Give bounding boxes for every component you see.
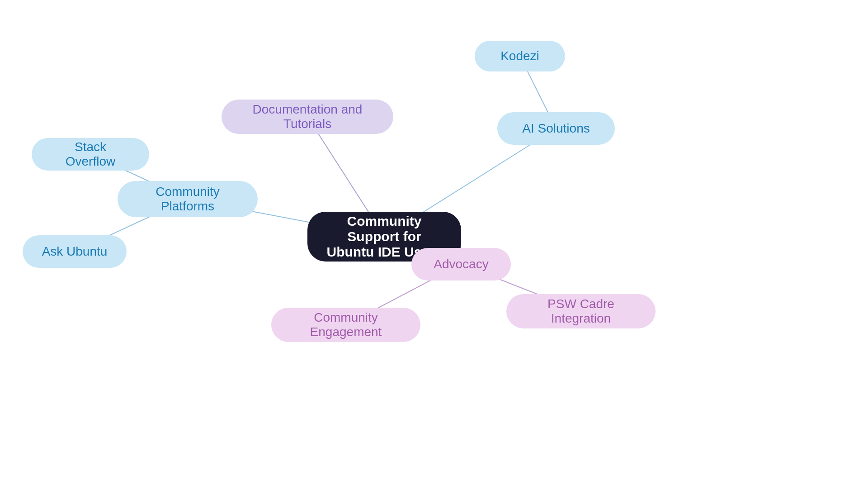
community-engagement-label: Community Engagement xyxy=(288,310,404,339)
stack-overflow-label: Stack Overflow xyxy=(48,140,133,169)
advocacy-label: Advocacy xyxy=(434,257,488,271)
community-platforms-label: Community Platforms xyxy=(134,185,241,214)
ask-ubuntu-node: Ask Ubuntu xyxy=(23,235,127,268)
doc-tutorials-node: Documentation and Tutorials xyxy=(222,100,393,134)
mindmap-canvas: Community Support for Ubuntu IDE Users D… xyxy=(0,0,868,490)
community-engagement-node: Community Engagement xyxy=(271,308,420,342)
doc-tutorials-label: Documentation and Tutorials xyxy=(238,102,377,131)
ask-ubuntu-label: Ask Ubuntu xyxy=(42,244,108,259)
ai-solutions-label: AI Solutions xyxy=(522,121,590,136)
psw-cadre-node: PSW Cadre Integration xyxy=(506,294,656,328)
stack-overflow-node: Stack Overflow xyxy=(32,138,149,171)
community-platforms-node: Community Platforms xyxy=(118,181,258,217)
kodezi-node: Kodezi xyxy=(475,41,565,71)
kodezi-label: Kodezi xyxy=(500,49,539,63)
psw-cadre-label: PSW Cadre Integration xyxy=(523,297,639,326)
advocacy-node: Advocacy xyxy=(411,248,511,281)
ai-solutions-node: AI Solutions xyxy=(497,112,615,145)
